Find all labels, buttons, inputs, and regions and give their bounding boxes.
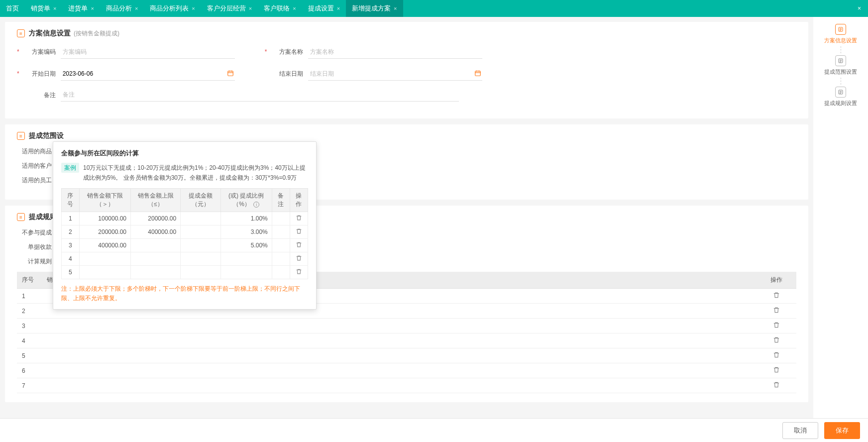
pop-col-2: 销售金额上限（≤）	[131, 188, 181, 212]
close-all-icon[interactable]: ×	[851, 0, 868, 17]
close-icon[interactable]: ×	[394, 5, 397, 11]
tab-客户分层经营[interactable]: 客户分层经营×	[201, 0, 258, 17]
popover-desc: 10万元以下无提成；10-20万元提成比例为1%；20-40万提成比例为3%；4…	[83, 163, 308, 183]
calendar-icon[interactable]	[227, 70, 234, 78]
section-subtitle: (按销售金额提成)	[74, 29, 119, 38]
tab-销货单[interactable]: 销货单×	[25, 0, 62, 17]
start-date-input[interactable]	[61, 67, 235, 81]
close-icon[interactable]: ×	[293, 5, 296, 11]
list-icon	[835, 24, 846, 35]
calc-rule-popover: 全额参与所在区间段的计算 案例 10万元以下无提成；10-20万元提成比例为1%…	[53, 141, 317, 310]
pop-col-0: 序号	[62, 188, 80, 212]
trash-icon[interactable]	[296, 228, 302, 236]
section-icon: ≡	[17, 213, 25, 221]
table-row: 3	[17, 319, 796, 333]
remark-label: 备注	[21, 91, 56, 100]
scope-customer-label: 适用的客户	[17, 162, 52, 170]
section-icon: ≡	[17, 132, 25, 140]
table-row: 2200000.00400000.003.00%	[62, 225, 308, 238]
pop-col-5: 备注	[272, 188, 290, 212]
svg-rect-1	[475, 71, 481, 76]
table-row: 4	[62, 252, 308, 265]
plan-code-label: 方案编码	[21, 48, 56, 56]
anchor-方案信息设置[interactable]: 方案信息设置	[824, 24, 857, 44]
receipt-label: 单据收款	[17, 243, 52, 251]
tab-提成设置[interactable]: 提成设置×	[302, 0, 346, 17]
tab-进货单[interactable]: 进货单×	[62, 0, 100, 17]
trash-icon[interactable]	[773, 292, 780, 300]
trash-icon[interactable]	[773, 337, 780, 345]
table-row: 3400000.005.00%	[62, 238, 308, 252]
close-icon[interactable]: ×	[337, 5, 340, 11]
plan-code-input[interactable]	[61, 45, 235, 59]
tab-商品分析列表[interactable]: 商品分析列表×	[144, 0, 201, 17]
popover-tag: 案例	[61, 163, 79, 173]
top-tabs: 首页销货单×进货单×商品分析×商品分析列表×客户分层经营×客户联络×提成设置×新…	[0, 0, 868, 17]
trash-icon[interactable]	[773, 352, 780, 360]
pop-col-6: 操作	[290, 188, 308, 212]
table-row: 5	[62, 265, 308, 279]
tab-客户联络[interactable]: 客户联络×	[258, 0, 302, 17]
close-icon[interactable]: ×	[249, 5, 252, 11]
trash-icon[interactable]	[773, 382, 780, 390]
start-date-label: 开始日期	[21, 70, 56, 78]
calc-label: 计算规则	[17, 257, 52, 266]
list-icon	[835, 87, 846, 98]
trash-icon[interactable]	[773, 367, 780, 375]
svg-rect-0	[227, 71, 233, 76]
trash-icon[interactable]	[296, 241, 302, 249]
section-title: 提成范围设	[29, 131, 64, 140]
close-icon[interactable]: ×	[135, 5, 138, 11]
trash-icon[interactable]	[773, 322, 780, 330]
list-icon	[835, 55, 846, 66]
plan-name-input[interactable]	[308, 45, 482, 59]
end-date-label: 结束日期	[268, 70, 303, 78]
info-icon[interactable]: i	[253, 202, 259, 208]
section-plan-info: ≡ 方案信息设置 (按销售金额提成) * 方案编码 * 方案名称	[5, 22, 808, 118]
popover-title: 全额参与所在区间段的计算	[61, 149, 308, 158]
popover-example-table: 序号销售金额下限（＞）销售金额上限（≤）提成金额（元）(或) 提成比例（%） i…	[61, 188, 308, 279]
trash-icon[interactable]	[296, 255, 302, 263]
close-icon[interactable]: ×	[91, 5, 94, 11]
trash-icon[interactable]	[296, 268, 302, 276]
anchor-nav: 方案信息设置提成范围设置提成规则设置	[813, 17, 868, 418]
scope-employee-label: 适用的员工	[17, 176, 52, 185]
anchor-提成规则设置[interactable]: 提成规则设置	[824, 87, 857, 107]
tab-新增提成方案[interactable]: 新增提成方案×	[346, 0, 403, 17]
pop-col-1: 销售金额下限（＞）	[79, 188, 130, 212]
trash-icon[interactable]	[296, 215, 302, 222]
end-date-input[interactable]	[308, 67, 482, 81]
table-row: 6	[17, 363, 796, 378]
section-title: 方案信息设置	[29, 29, 71, 38]
col-0: 序号	[17, 272, 42, 289]
tab-首页[interactable]: 首页	[0, 0, 25, 17]
pop-col-4: (或) 提成比例（%） i	[220, 188, 272, 212]
tab-商品分析[interactable]: 商品分析×	[100, 0, 144, 17]
scope-goods-label: 适用的商品	[17, 147, 52, 156]
popover-note: 注：上限必须大于下限；多个阶梯时，下一个阶梯下限要等于前一阶梯上限；不同行之间下…	[61, 284, 308, 303]
main-content: ≡ 方案信息设置 (按销售金额提成) * 方案编码 * 方案名称	[0, 17, 813, 418]
section-icon: ≡	[17, 29, 25, 37]
exclude-label: 不参与提成	[17, 228, 52, 237]
col-5: 备注	[276, 272, 757, 289]
calendar-icon[interactable]	[474, 70, 481, 78]
close-icon[interactable]: ×	[192, 5, 195, 11]
close-icon[interactable]: ×	[53, 5, 56, 11]
pop-col-3: 提成金额（元）	[181, 188, 221, 212]
trash-icon[interactable]	[773, 307, 780, 315]
table-row: 4	[17, 333, 796, 348]
remark-input[interactable]	[61, 89, 459, 102]
table-row: 7	[17, 378, 796, 393]
table-row: 5	[17, 348, 796, 363]
plan-name-label: 方案名称	[268, 48, 303, 56]
anchor-提成范围设置[interactable]: 提成范围设置	[824, 55, 857, 76]
table-row: 1100000.00200000.001.00%	[62, 212, 308, 225]
col-6: 操作	[757, 272, 796, 289]
